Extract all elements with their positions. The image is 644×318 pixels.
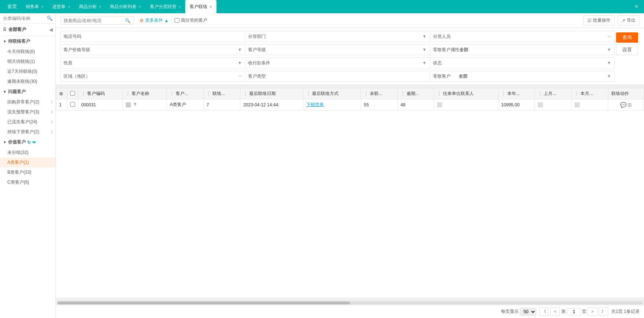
close-analysis-list-tab[interactable]: × — [139, 4, 141, 9]
filter-retail-attr-select[interactable]: 全部 ▼ — [459, 47, 611, 53]
close-customer-tier-tab[interactable]: × — [179, 4, 181, 9]
cell-unit-contact — [434, 99, 498, 110]
filter-nature-select[interactable]: ▼ — [89, 60, 242, 66]
filter-dept-select[interactable]: ▼ — [274, 34, 426, 39]
last-page-btn[interactable]: 》 — [599, 307, 608, 316]
nav-customer-contact[interactable]: 客户联络 × — [185, 0, 216, 13]
col-checkbox[interactable] — [67, 88, 78, 99]
close-sales-tab[interactable]: × — [41, 4, 43, 9]
prev-page-btn[interactable]: ＜ — [550, 307, 560, 316]
cell-actions[interactable]: 💬 ⊞ — [608, 99, 644, 110]
col-not-contacted[interactable]: ⋮未联... — [361, 88, 397, 99]
sidebar-item-today[interactable]: 今天待联络(0) — [0, 47, 56, 57]
table-container: ⚙ ⋮客户编码 ⋮客户名称 ⋮客户... ⋮联络... ⋮最后联络日期 ⋮最后联… — [56, 88, 644, 297]
export-btn[interactable]: ↗ 导出 — [618, 15, 640, 25]
close-purchase-tab[interactable]: × — [68, 4, 70, 9]
sidebar-search-box[interactable]: 🔍 — [0, 13, 56, 24]
col-customer-type[interactable]: ⋮客户... — [167, 88, 204, 99]
toolbar-search-box[interactable]: 🔍 — [60, 17, 134, 25]
sidebar-all-customers[interactable]: ⠿ 全部客户 ◀ — [0, 24, 56, 36]
nav-analysis[interactable]: 商品分析 × — [75, 0, 105, 13]
select-all-checkbox[interactable] — [70, 91, 75, 96]
col-this-year[interactable]: ⋮本年... — [498, 88, 535, 99]
col-settings[interactable]: ⚙ — [56, 88, 67, 99]
sidebar-item-churn-warn[interactable]: 流失预警客户(3) ℹ — [0, 107, 56, 117]
filter-price-select[interactable]: ▼ — [90, 47, 242, 52]
sidebar-item-class-a[interactable]: A类客户(1) — [0, 158, 56, 167]
filter-customer-type-input[interactable] — [274, 74, 426, 79]
toolbar-search-icon[interactable]: 🔍 — [125, 18, 130, 23]
sidebar-item-overdue[interactable]: 逾期未联络(30) — [0, 77, 56, 86]
sidebar-section-problem[interactable]: ▼ 问题客户 — [0, 86, 56, 97]
filter-payment-select[interactable]: ▼ — [274, 60, 426, 66]
filter-region-input[interactable] — [90, 74, 238, 79]
cell-checkbox[interactable] — [67, 99, 78, 110]
sidebar-item-class-c[interactable]: C类客户(6) — [0, 177, 56, 187]
filter-nature-label: 性质 — [64, 60, 89, 66]
pagination: 每页显示 50 《 ＜ 第 页 ＞ 》 共1页 1条记录 — [56, 305, 644, 318]
sidebar-item-declining[interactable]: 持续下滑客户(2) ℹ — [0, 127, 56, 137]
cell-last-contact-way[interactable]: 下销货单 — [303, 99, 361, 110]
my-customer-checkbox[interactable]: 我分管的客户 — [175, 17, 207, 24]
filter-phone-input[interactable] — [89, 34, 242, 39]
export-icon: ↗ — [622, 18, 625, 23]
sidebar-section-pending[interactable]: ▼ 待联络客户 — [0, 36, 56, 47]
retail-arrow: ▼ — [607, 74, 611, 79]
col-name[interactable]: ⋮客户名称 — [122, 88, 167, 99]
chat-action-icon[interactable]: 💬 — [620, 102, 626, 108]
qr-action-icon[interactable]: ⊞ — [627, 102, 632, 108]
sidebar-item-7days[interactable]: 近7天待联络(0) — [0, 67, 56, 77]
sidebar-search-input[interactable] — [3, 16, 47, 21]
col-contact-count[interactable]: ⋮联络... — [204, 88, 240, 99]
col-this-month[interactable]: ⋮本月... — [572, 88, 608, 99]
scroll-thumb[interactable] — [57, 301, 350, 304]
sidebar-section-value[interactable]: ▼ 价值客户 ↻ ✏ — [0, 137, 56, 148]
refresh-icon[interactable]: ↻ — [27, 140, 31, 145]
row-checkbox[interactable] — [70, 102, 75, 107]
sidebar-item-tomorrow[interactable]: 明天待联络(1) — [0, 57, 56, 67]
my-customer-check[interactable] — [175, 18, 179, 23]
col-last-month[interactable]: ⋮上月... — [535, 88, 572, 99]
filter-manager-more[interactable]: ··· — [608, 34, 611, 39]
last-contact-way-link[interactable]: 下销货单 — [306, 102, 324, 107]
close-window-btn[interactable]: × — [632, 3, 641, 10]
filter-manager-input[interactable] — [459, 34, 608, 39]
sidebar-item-class-b[interactable]: B类客户(33) — [0, 167, 56, 177]
sidebar-item-abnormal[interactable]: 回购异常客户(2) ℹ — [0, 97, 56, 107]
last-month-square — [538, 102, 543, 107]
nav-customer-tier[interactable]: 客户分层经营 × — [146, 0, 185, 13]
nav-purchase[interactable]: 进货单 × — [48, 0, 74, 13]
filter-region-more[interactable]: ··· — [238, 74, 242, 79]
filter-retail-select[interactable]: 全部 ▼ — [459, 73, 611, 80]
sidebar-item-churned[interactable]: 已流失客户(24) ℹ — [0, 117, 56, 127]
horizontal-scrollbar[interactable] — [56, 300, 644, 305]
nav-analysis-list[interactable]: 商品分析列表 × — [105, 0, 145, 13]
col-overdue[interactable]: ⋮逾期... — [397, 88, 434, 99]
filter-customer-level-select[interactable]: ▼ — [274, 47, 426, 52]
sidebar-collapse-btn[interactable]: ◀ — [49, 27, 53, 32]
col-last-contact-date[interactable]: ⋮最后联络日期 — [240, 88, 303, 99]
col-unit-contact[interactable]: ⋮往来单位联系人 — [434, 88, 498, 99]
filter-status-select[interactable]: ▼ — [459, 60, 611, 66]
sidebar-search-icon[interactable]: 🔍 — [47, 15, 53, 21]
nav-home[interactable]: 首页 — [3, 0, 21, 13]
page-number-input[interactable] — [567, 308, 580, 315]
first-page-btn[interactable]: 《 — [539, 307, 549, 316]
scroll-track[interactable] — [57, 301, 643, 304]
col-code[interactable]: ⋮客户编码 — [78, 88, 123, 99]
filter-more-btn[interactable]: ⚙ 更多条件 ▲ — [137, 16, 172, 25]
batch-op-btn[interactable]: ☑ 批量操作 — [583, 15, 615, 25]
next-page-btn[interactable]: ＞ — [588, 307, 597, 316]
sidebar-item-ungrouped[interactable]: 未分组(32) — [0, 148, 56, 158]
filter-region: 区域（地区） ··· — [60, 71, 245, 82]
edit-icon[interactable]: ✏ — [32, 140, 36, 145]
toolbar-search-input[interactable] — [64, 18, 125, 23]
close-customer-contact-tab[interactable]: × — [210, 4, 212, 9]
main-layout: 🔍 ⠿ 全部客户 ◀ ▼ 待联络客户 今天待联络(0) 明天待联络(1) 近7天… — [0, 13, 644, 318]
nav-sales[interactable]: 销售单 × — [21, 0, 48, 13]
close-analysis-tab[interactable]: × — [99, 4, 101, 9]
col-last-contact-way[interactable]: ⋮最后联络方式 — [303, 88, 361, 99]
page-size-dropdown[interactable]: 50 — [520, 308, 536, 316]
settings-btn[interactable]: 设置 — [616, 44, 638, 55]
query-btn[interactable]: 查询 — [616, 32, 638, 43]
